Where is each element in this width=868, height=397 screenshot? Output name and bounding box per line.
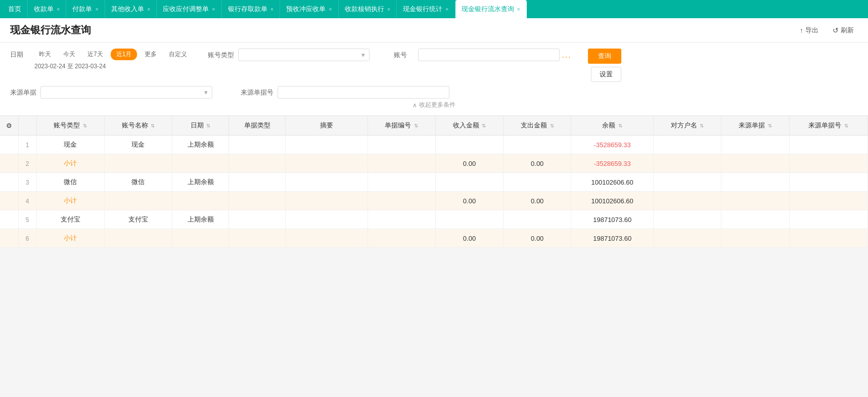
source-doc-label: 来源单据 bbox=[10, 88, 36, 97]
row-account-name bbox=[104, 192, 172, 210]
row-num: 2 bbox=[18, 154, 36, 173]
row-source-doc bbox=[721, 136, 789, 154]
date-custom[interactable]: 自定义 bbox=[164, 49, 192, 60]
date-options: 昨天 今天 近7天 近1月 更多 自定义 bbox=[34, 49, 192, 60]
refresh-button[interactable]: ↺ 刷新 bbox=[829, 24, 858, 37]
close-bank-deposit-icon[interactable]: × bbox=[270, 6, 273, 12]
sort-source-doc-icon[interactable]: ⇅ bbox=[768, 123, 772, 128]
date-yesterday[interactable]: 昨天 bbox=[34, 49, 56, 60]
row-date: 上期余额 bbox=[172, 136, 229, 154]
nav-bank-deposit[interactable]: 银行存取款单 × bbox=[222, 0, 280, 18]
nav-ap-adjust[interactable]: 应收应付调整单 × bbox=[157, 0, 221, 18]
account-input[interactable] bbox=[418, 49, 560, 61]
row-account-type: 小计 bbox=[36, 229, 104, 248]
close-advance-offset-icon[interactable]: × bbox=[329, 6, 332, 12]
close-payment-icon[interactable]: × bbox=[95, 6, 98, 12]
row-balance: 19871073.60 bbox=[571, 229, 654, 248]
nav-receipt[interactable]: 收款单 × bbox=[28, 0, 66, 18]
row-expense bbox=[504, 173, 571, 192]
query-button[interactable]: 查询 bbox=[588, 49, 621, 64]
filter-area: 日期 昨天 今天 近7天 近1月 更多 自定义 2023-02-24 至 202… bbox=[0, 42, 868, 116]
col-income: 收入金额 ⇅ bbox=[435, 116, 503, 136]
sort-expense-icon[interactable]: ⇅ bbox=[550, 123, 554, 128]
date-7days[interactable]: 近7天 bbox=[83, 49, 108, 60]
row-account-name: 微信 bbox=[104, 173, 172, 192]
row-income bbox=[435, 136, 503, 154]
account-dots-button[interactable]: ... bbox=[562, 51, 571, 60]
nav-payment[interactable]: 付款单 × bbox=[66, 0, 105, 18]
row-source-doc-no bbox=[789, 154, 867, 173]
sort-balance-icon[interactable]: ⇅ bbox=[618, 123, 622, 128]
date-today[interactable]: 今天 bbox=[59, 49, 80, 60]
sort-account-type-icon[interactable]: ⇅ bbox=[83, 123, 87, 128]
row-doc-type bbox=[229, 210, 286, 229]
top-navigation: 首页 收款单 × 付款单 × 其他收入单 × 应收应付调整单 × 银行存取款单 … bbox=[0, 0, 868, 18]
account-type-dropdown-icon: ▾ bbox=[361, 51, 365, 59]
source-doc-no-input[interactable] bbox=[278, 86, 449, 99]
row-account-type: 微信 bbox=[36, 173, 104, 192]
nav-cash-bank-flow[interactable]: 现金银行流水查询 × bbox=[455, 0, 527, 18]
row-source-doc bbox=[721, 173, 789, 192]
nav-verify-exec[interactable]: 收款核销执行 × bbox=[339, 0, 397, 18]
col-expense: 支出金额 ⇅ bbox=[504, 116, 571, 136]
row-doc-no bbox=[368, 210, 435, 229]
nav-other-income[interactable]: 其他收入单 × bbox=[105, 0, 157, 18]
row-source-doc-no bbox=[789, 136, 867, 154]
date-filter-label: 日期 bbox=[10, 50, 30, 59]
source-doc-dropdown-icon: ▾ bbox=[204, 89, 208, 96]
source-doc-select[interactable]: ▾ bbox=[40, 86, 212, 99]
row-income bbox=[435, 210, 503, 229]
row-income bbox=[435, 173, 503, 192]
row-doc-type bbox=[229, 154, 286, 173]
row-expense bbox=[504, 136, 571, 154]
page-title: 现金银行流水查询 bbox=[10, 23, 91, 37]
col-source-doc-no: 来源单据号 ⇅ bbox=[789, 116, 867, 136]
account-type-label: 账号类型 bbox=[208, 51, 234, 60]
row-doc-type bbox=[229, 192, 286, 210]
sort-date-icon[interactable]: ⇅ bbox=[206, 123, 210, 128]
close-other-income-icon[interactable]: × bbox=[147, 6, 150, 12]
row-date: 上期余额 bbox=[172, 210, 229, 229]
row-balance: 100102606.60 bbox=[571, 173, 654, 192]
row-account-name: 现金 bbox=[104, 136, 172, 154]
row-balance: -3528659.33 bbox=[571, 154, 654, 173]
action-buttons: 查询 设置 bbox=[588, 49, 621, 82]
table-row: 1 现金 现金 上期余额 -3528659.33 bbox=[0, 136, 868, 154]
sort-doc-no-icon[interactable]: ⇅ bbox=[414, 123, 418, 128]
row-balance: 19871073.60 bbox=[571, 210, 654, 229]
close-receipt-icon[interactable]: × bbox=[57, 6, 60, 12]
source-doc-no-label: 来源单据号 bbox=[241, 88, 273, 97]
sort-income-icon[interactable]: ⇅ bbox=[482, 123, 486, 128]
collapse-filters-button[interactable]: ∧ 收起更多条件 bbox=[10, 99, 858, 109]
row-source-doc-no bbox=[789, 210, 867, 229]
date-more[interactable]: 更多 bbox=[140, 49, 161, 60]
sort-account-name-icon[interactable]: ⇅ bbox=[151, 123, 155, 128]
row-summary bbox=[286, 173, 368, 192]
table-row: 3 微信 微信 上期余额 100102606.60 bbox=[0, 173, 868, 192]
settings-button[interactable]: 设置 bbox=[591, 67, 621, 82]
row-doc-no bbox=[368, 229, 435, 248]
close-cash-bank-stat-icon[interactable]: × bbox=[445, 6, 448, 12]
row-gear-cell bbox=[0, 136, 18, 154]
nav-home[interactable]: 首页 bbox=[2, 0, 28, 18]
date-1month[interactable]: 近1月 bbox=[111, 49, 138, 60]
export-button[interactable]: ↑ 导出 bbox=[796, 24, 823, 37]
export-icon: ↑ bbox=[800, 26, 803, 34]
row-counterparty bbox=[654, 173, 721, 192]
close-ap-adjust-icon[interactable]: × bbox=[212, 6, 215, 12]
row-expense: 0.00 bbox=[504, 229, 571, 248]
row-income: 0.00 bbox=[435, 154, 503, 173]
nav-advance-offset[interactable]: 预收冲应收单 × bbox=[280, 0, 338, 18]
date-range-display: 2023-02-24 至 2023-03-24 bbox=[34, 63, 106, 70]
gear-icon[interactable]: ⚙ bbox=[6, 122, 12, 129]
row-doc-type bbox=[229, 229, 286, 248]
row-doc-type bbox=[229, 136, 286, 154]
col-doc-type: 单据类型 bbox=[229, 116, 286, 136]
account-type-select[interactable]: ▾ bbox=[238, 49, 370, 61]
nav-cash-bank-stat[interactable]: 现金银行统计 × bbox=[397, 0, 455, 18]
close-verify-exec-icon[interactable]: × bbox=[387, 6, 390, 12]
sort-counterparty-icon[interactable]: ⇅ bbox=[700, 123, 704, 128]
close-cash-bank-flow-icon[interactable]: × bbox=[517, 6, 520, 12]
sort-source-doc-no-icon[interactable]: ⇅ bbox=[844, 123, 848, 128]
row-income: 0.00 bbox=[435, 229, 503, 248]
